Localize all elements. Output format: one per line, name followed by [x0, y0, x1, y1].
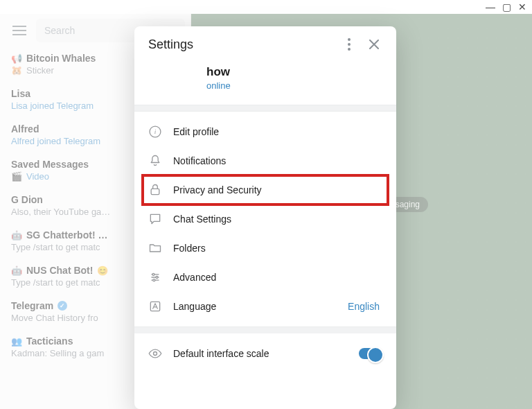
- language-item[interactable]: LanguageEnglish: [134, 292, 396, 321]
- notifications-icon: [148, 154, 173, 168]
- svg-point-10: [156, 277, 158, 279]
- folders-icon: [148, 241, 173, 255]
- profile-status: online: [206, 80, 382, 91]
- eye-icon: [148, 347, 173, 360]
- close-modal-button[interactable]: [362, 32, 387, 57]
- svg-point-5: [348, 48, 351, 51]
- notifications-item[interactable]: Notifications: [134, 146, 396, 175]
- menu-item-value: English: [348, 301, 382, 312]
- more-options-button[interactable]: [337, 32, 362, 57]
- close-icon: [369, 40, 379, 49]
- toggle-switch-on[interactable]: [359, 348, 382, 359]
- modal-title: Settings: [144, 37, 337, 52]
- language-icon: [148, 299, 173, 313]
- chat-settings-item[interactable]: Chat Settings: [134, 204, 396, 234]
- menu-item-label: Default interface scale: [173, 348, 359, 359]
- svg-point-4: [348, 43, 351, 46]
- svg-point-13: [154, 352, 157, 356]
- advanced-item[interactable]: Advanced: [134, 263, 396, 292]
- advanced-icon: [148, 270, 173, 284]
- close-window-button[interactable]: ✕: [518, 1, 526, 12]
- menu-item-label: Folders: [173, 243, 382, 254]
- profile-block[interactable]: how online: [134, 62, 396, 105]
- chat-settings-icon: [148, 212, 173, 226]
- divider: [134, 327, 396, 333]
- menu-item-label: Privacy and Security: [173, 184, 382, 195]
- menu-item-label: Chat Settings: [173, 214, 382, 225]
- settings-menu: iEdit profileNotificationsPrivacy and Se…: [134, 112, 396, 327]
- default-interface-scale-toggle[interactable]: Default interface scale: [134, 339, 396, 368]
- menu-item-label: Notifications: [173, 155, 382, 166]
- window-controls: — ▢ ✕: [480, 0, 532, 14]
- svg-point-3: [348, 38, 351, 41]
- svg-point-11: [153, 279, 155, 281]
- svg-point-9: [152, 273, 154, 275]
- maximize-button[interactable]: ▢: [502, 1, 511, 12]
- dots-vertical-icon: [348, 38, 351, 51]
- menu-item-label: Edit profile: [173, 126, 382, 137]
- menu-item-label: Advanced: [173, 272, 382, 283]
- profile-name: how: [206, 65, 382, 79]
- folders-item[interactable]: Folders: [134, 234, 396, 263]
- svg-rect-8: [151, 189, 159, 194]
- privacy-security-item[interactable]: Privacy and Security: [134, 175, 396, 204]
- menu-item-label: Language: [173, 301, 348, 312]
- svg-text:i: i: [154, 128, 157, 135]
- minimize-button[interactable]: —: [486, 1, 495, 12]
- settings-modal: Settings how online iEdit profileNotific…: [134, 26, 396, 409]
- privacy-security-icon: [148, 183, 173, 197]
- divider: [134, 105, 396, 112]
- edit-profile-item[interactable]: iEdit profile: [134, 117, 396, 146]
- edit-profile-icon: i: [148, 125, 173, 139]
